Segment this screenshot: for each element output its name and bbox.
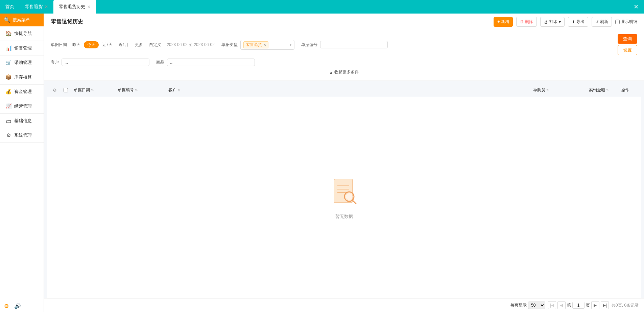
sidebar-item-quick-nav[interactable]: 🏠 快捷导航: [0, 26, 44, 41]
page-input[interactable]: [572, 302, 585, 309]
table-settings-icon[interactable]: ⚙: [49, 88, 60, 93]
th-customer-label: 客户: [168, 87, 176, 93]
page-header: 零售退货历史 + 新增 🗑 删除 🖨 打印 ▾ ⬆ 导出 ↺: [44, 14, 644, 81]
main-layout: 🔍 搜索菜单 🏠 快捷导航 📊 销售管理 🛒 采购管理 📦 库存核算 💰: [0, 14, 644, 312]
th-number-sort-icon: ⇅: [135, 88, 138, 92]
th-guide[interactable]: 导购员 ⇅: [530, 87, 571, 93]
page-next-button[interactable]: ▶: [591, 301, 599, 309]
th-date-sort-icon: ⇅: [91, 88, 94, 92]
refresh-button[interactable]: ↺ 刷新: [592, 17, 612, 27]
page-size-select: 每页显示 10 20 50 100: [510, 302, 545, 309]
date-btn-yesterday[interactable]: 昨天: [70, 41, 83, 48]
customer-filter-label: 客户: [51, 60, 59, 65]
tab-retail-return[interactable]: 零售退货 ✕: [20, 0, 53, 14]
finance-icon: 💰: [5, 89, 11, 95]
sidebar-item-label: 快捷导航: [14, 30, 32, 37]
th-customer[interactable]: 客户 ⇅: [166, 87, 530, 93]
page-prev-button[interactable]: ◀: [557, 301, 566, 309]
date-filter-btns: 昨天 今天 近7天 近1月 更多 自定义: [70, 41, 164, 48]
export-button[interactable]: ⬆ 导出: [568, 17, 588, 27]
pagination: 每页显示 10 20 50 100 |◀ ◀ 第 页 ▶ ▶| 共0页, 0条记…: [44, 298, 644, 312]
content-area: 零售退货历史 + 新增 🗑 删除 🖨 打印 ▾ ⬆ 导出 ↺: [44, 14, 644, 312]
page-nav: |◀ ◀ 第 页 ▶ ▶|: [548, 301, 609, 309]
export-label: 导出: [576, 19, 585, 25]
type-filter-select[interactable]: 零售退货 ✕ ▾: [240, 40, 294, 50]
goods-filter-input[interactable]: [167, 59, 255, 66]
sidebar-item-label: 销售管理: [14, 45, 32, 51]
page-title: 零售退货历史: [51, 18, 83, 25]
query-button[interactable]: 查询: [618, 34, 637, 44]
audio-bottom-icon[interactable]: 🔊: [14, 303, 21, 309]
tab-retail-return-close[interactable]: ✕: [45, 4, 48, 9]
display-toggle[interactable]: 显示明细: [615, 19, 637, 25]
page-last-button[interactable]: ▶|: [601, 301, 609, 309]
collapse-button[interactable]: ▲ 收起更多条件: [329, 69, 359, 75]
date-filter-group: 单据日期 昨天 今天 近7天 近1月 更多 自定义 2023-06-02 至 2…: [51, 41, 215, 48]
new-button[interactable]: + 新增: [494, 17, 512, 27]
sidebar: 🔍 搜索菜单 🏠 快捷导航 📊 销售管理 🛒 采购管理 📦 库存核算 💰: [0, 14, 44, 312]
select-all-checkbox[interactable]: [64, 88, 68, 92]
sidebar-search-label: 搜索菜单: [13, 17, 30, 23]
th-action: 操作: [612, 87, 639, 93]
setting-button[interactable]: 设置: [618, 45, 637, 55]
date-btn-1month[interactable]: 近1月: [116, 41, 132, 48]
collapse-label: 收起更多条件: [334, 69, 359, 75]
tab-home[interactable]: 首页: [0, 0, 20, 14]
filter-row-2: 客户 商品: [51, 59, 637, 66]
sidebar-search[interactable]: 🔍 搜索菜单: [0, 14, 44, 26]
sidebar-bottom: ⚙ 🔊: [0, 300, 44, 312]
th-date[interactable]: 单据日期 ⇅: [71, 87, 115, 93]
table-select-all[interactable]: [60, 88, 71, 92]
delete-button[interactable]: 🗑 删除: [516, 17, 537, 27]
print-button[interactable]: 🖨 打印 ▾: [540, 17, 565, 27]
date-range-display: 2023-06-02 至 2023-06-02: [167, 42, 214, 48]
type-filter-tag-close[interactable]: ✕: [263, 43, 266, 47]
type-filter-tag: 零售退货 ✕: [243, 41, 268, 48]
page-label-suffix: 页: [586, 303, 590, 308]
sidebar-item-label: 基础信息: [14, 118, 32, 124]
customer-filter-group: 客户: [51, 59, 149, 66]
table-header: ⚙ 单据日期 ⇅ 单据编号 ⇅ 客户 ⇅ 导购员 ⇅: [47, 84, 641, 97]
page-first-button[interactable]: |◀: [548, 301, 556, 309]
page-size-dropdown[interactable]: 10 20 50 100: [528, 302, 545, 309]
tab-retail-return-history-close[interactable]: ✕: [87, 4, 91, 9]
page-title-row: 零售退货历史 + 新增 🗑 删除 🖨 打印 ▾ ⬆ 导出 ↺: [51, 17, 637, 27]
sidebar-item-purchase[interactable]: 🛒 采购管理: [0, 55, 44, 70]
refresh-icon: ↺: [595, 20, 599, 24]
date-btn-custom[interactable]: 自定义: [146, 41, 164, 48]
empty-text: 暂无数据: [335, 214, 353, 220]
number-filter-input[interactable]: [320, 41, 388, 48]
th-amount[interactable]: 实销金额 ⇅: [571, 87, 612, 93]
print-chevron-icon: ▾: [559, 20, 561, 24]
sidebar-item-finance[interactable]: 💰 资金管理: [0, 85, 44, 99]
sidebar-item-label: 库存核算: [14, 74, 32, 80]
display-toggle-checkbox[interactable]: [615, 20, 620, 24]
window-close-button[interactable]: ✕: [628, 3, 644, 10]
svg-line-5: [353, 200, 356, 204]
page-label-prefix: 第: [567, 303, 571, 308]
tab-retail-return-history-label: 零售退货历史: [59, 4, 85, 10]
date-btn-7days[interactable]: 近7天: [99, 41, 115, 48]
sidebar-item-system[interactable]: ⚙ 系统管理: [0, 128, 44, 143]
sidebar-item-inventory[interactable]: 📦 库存核算: [0, 70, 44, 85]
tab-retail-return-history[interactable]: 零售退货历史 ✕: [53, 0, 96, 14]
inventory-icon: 📦: [5, 74, 11, 80]
date-btn-more[interactable]: 更多: [132, 41, 146, 48]
refresh-label: 刷新: [600, 19, 608, 25]
type-filter-label: 单据类型: [221, 42, 238, 48]
th-customer-sort-icon: ⇅: [177, 88, 180, 92]
th-date-label: 单据日期: [74, 87, 90, 93]
sidebar-item-basic-info[interactable]: 🗃 基础信息: [0, 114, 44, 128]
tab-retail-return-label: 零售退货: [25, 4, 43, 10]
date-btn-today[interactable]: 今天: [84, 41, 99, 48]
page-total-info: 共0页, 0条记录: [612, 303, 639, 308]
sidebar-item-operations[interactable]: 📈 经营管理: [0, 99, 44, 114]
tab-list: 首页 零售退货 ✕ 零售退货历史 ✕: [0, 0, 628, 14]
settings-bottom-icon[interactable]: ⚙: [4, 303, 9, 309]
sidebar-item-sales[interactable]: 📊 销售管理: [0, 41, 44, 55]
th-number[interactable]: 单据编号 ⇅: [115, 87, 166, 93]
print-label: 打印: [549, 19, 557, 25]
th-amount-sort-icon: ⇅: [606, 88, 609, 92]
collapse-icon: ▲: [329, 70, 333, 75]
customer-filter-input[interactable]: [62, 59, 149, 66]
